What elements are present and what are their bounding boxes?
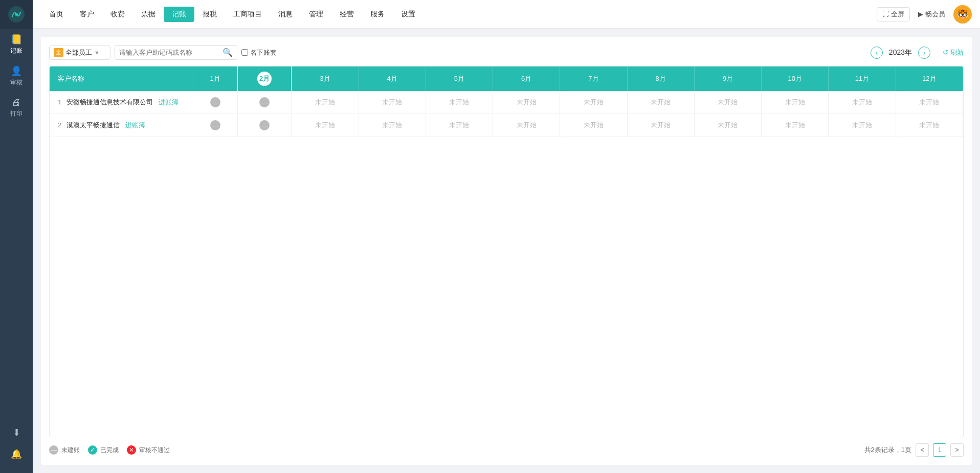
svg-point-1 — [15, 13, 18, 16]
month-cell-4: 未开始 — [359, 91, 426, 114]
col-nov: 11月 — [829, 66, 896, 91]
month-cell-9: 未开始 — [694, 114, 761, 137]
nav-tax[interactable]: 报税 — [194, 7, 225, 22]
month-cell-3: 未开始 — [292, 114, 359, 137]
main-area: 首页 客户 收费 票据 记账 报税 工商项目 消息 管理 经营 服务 设置 ⛶ … — [33, 0, 980, 473]
fullscreen-icon: ⛶ — [882, 10, 889, 18]
table-row: 2 漠澳太平畅捷通信 进账簿——未开始未开始未开始未开始未开始未开始未开始未开始… — [50, 114, 963, 137]
month-cell-6: 未开始 — [493, 114, 560, 137]
fullscreen-button[interactable]: ⛶ 全屏 — [877, 7, 910, 21]
legend-dot-gray: — — [49, 445, 58, 455]
enter-ledger-link[interactable]: 进账簿 — [159, 98, 179, 106]
print-icon: 🖨 — [12, 97, 21, 108]
not-started-label: 未开始 — [517, 121, 537, 129]
not-started-label: 未开始 — [382, 121, 402, 129]
col-sep: 9月 — [694, 66, 761, 91]
nav-client[interactable]: 客户 — [72, 7, 102, 22]
table-container: 客户名称 1月 2月 3月 4月 5月 6月 7月 8月 9月 10月 11月 — [49, 66, 964, 437]
month-cell-1: — — [193, 114, 237, 137]
col-apr: 4月 — [359, 66, 426, 91]
year-label: 2023年 — [889, 48, 912, 57]
logo — [0, 0, 33, 29]
employee-label: 全部员工 — [65, 48, 92, 57]
nav-items: 首页 客户 收费 票据 记账 报税 工商项目 消息 管理 经营 服务 设置 — [41, 7, 877, 22]
sidebar-item-print[interactable]: 🖨 打印 — [0, 92, 33, 123]
not-started-label: 未开始 — [449, 121, 469, 129]
month-cell-10: 未开始 — [762, 91, 829, 114]
month-cell-7: 未开始 — [560, 114, 627, 137]
month-cell-9: 未开始 — [694, 91, 761, 114]
month-cell-12: 未开始 — [896, 91, 963, 114]
not-started-label: 未开始 — [517, 98, 537, 106]
month-cell-4: 未开始 — [359, 114, 426, 137]
search-field[interactable] — [119, 49, 220, 56]
notification-icon: 🔔 — [11, 448, 22, 460]
pagination: 共2条记录，1页 < 1 > — [864, 443, 964, 457]
sidebar-item-ledger[interactable]: 📒 记账 — [0, 29, 33, 60]
nav-service[interactable]: 服务 — [362, 7, 393, 22]
nav-home[interactable]: 首页 — [41, 7, 72, 22]
chevron-down-icon: ▼ — [94, 50, 100, 56]
enter-ledger-link[interactable]: 进账簿 — [125, 121, 145, 129]
row-index: 1 — [58, 98, 61, 106]
not-started-label: 未开始 — [651, 121, 671, 129]
not-started-label: 未开始 — [718, 98, 738, 106]
year-next-button[interactable]: › — [918, 47, 930, 59]
not-started-label: 未开始 — [449, 98, 469, 106]
employee-tag: 全 — [54, 48, 63, 57]
sidebar-item-download[interactable]: ⬇ — [0, 422, 33, 443]
avatar[interactable]: 🐯 — [953, 5, 972, 24]
search-icon[interactable]: 🔍 — [222, 48, 233, 57]
year-prev-button[interactable]: ‹ — [871, 47, 883, 59]
nav-ledger[interactable]: 记账 — [164, 7, 194, 22]
nav-settings[interactable]: 设置 — [393, 7, 424, 22]
month-cell-3: 未开始 — [292, 91, 359, 114]
not-started-label: 未开始 — [315, 121, 335, 129]
ledger-icon: 📒 — [11, 34, 22, 45]
not-started-label: 未开始 — [315, 98, 335, 106]
page-prev-button[interactable]: < — [916, 443, 929, 457]
client-name-cell: 1 安徽畅捷通信息技术有限公司 进账簿 — [50, 91, 193, 114]
not-started-label: 未开始 — [382, 98, 402, 106]
month-cell-2: — — [237, 114, 291, 137]
client-name: 漠澳太平畅捷通信 — [66, 121, 120, 129]
col-jul: 7月 — [560, 66, 627, 91]
month-cell-5: 未开始 — [426, 114, 493, 137]
col-dec: 12月 — [896, 66, 963, 91]
download-icon: ⬇ — [13, 427, 20, 438]
dash-icon: — — [259, 120, 270, 130]
table-header-row: 客户名称 1月 2月 3月 4月 5月 6月 7月 8月 9月 10月 11月 — [50, 66, 963, 91]
dash-icon: — — [210, 97, 220, 107]
nav-fee[interactable]: 收费 — [102, 7, 133, 22]
legend-not-built: — 未建账 — [49, 445, 80, 455]
nav-bizitem[interactable]: 工商项目 — [225, 7, 270, 22]
checkbox-label[interactable]: 名下账套 — [241, 48, 277, 57]
not-started-label: 未开始 — [718, 121, 738, 129]
month-cell-7: 未开始 — [560, 91, 627, 114]
month-cell-8: 未开始 — [627, 114, 694, 137]
table-row: 1 安徽畅捷通信息技术有限公司 进账簿——未开始未开始未开始未开始未开始未开始未… — [50, 91, 963, 114]
col-jun: 6月 — [493, 66, 560, 91]
col-feb: 2月 — [237, 66, 291, 91]
not-started-label: 未开始 — [919, 98, 939, 106]
month-cell-11: 未开始 — [829, 91, 896, 114]
under-account-checkbox[interactable] — [241, 49, 248, 56]
legend-dot-red: ✕ — [127, 445, 136, 455]
col-aug: 8月 — [627, 66, 694, 91]
content: 全 全部员工 ▼ 🔍 名下账套 ‹ 2023年 › — [33, 29, 980, 473]
page-next-button[interactable]: > — [950, 443, 964, 457]
nav-invoice[interactable]: 票据 — [133, 7, 164, 22]
page-current[interactable]: 1 — [933, 443, 946, 457]
nav-operation[interactable]: 经营 — [331, 7, 362, 22]
employee-select-wrapper[interactable]: 全 全部员工 ▼ — [49, 46, 110, 60]
vip-button[interactable]: ▶ 畅会员 — [918, 10, 945, 19]
nav-message[interactable]: 消息 — [270, 7, 301, 22]
nav-manage[interactable]: 管理 — [301, 7, 331, 22]
sidebar-item-notification[interactable]: 🔔 — [0, 443, 33, 465]
nav-right: ⛶ 全屏 ▶ 畅会员 🐯 — [877, 5, 972, 24]
sidebar-item-audit[interactable]: 👤 审核 — [0, 60, 33, 92]
legend-rejected: ✕ 审核不通过 — [127, 445, 170, 455]
refresh-icon: ↺ — [943, 49, 948, 56]
refresh-button[interactable]: ↺ 刷新 — [943, 48, 964, 57]
audit-icon: 👤 — [11, 65, 22, 77]
